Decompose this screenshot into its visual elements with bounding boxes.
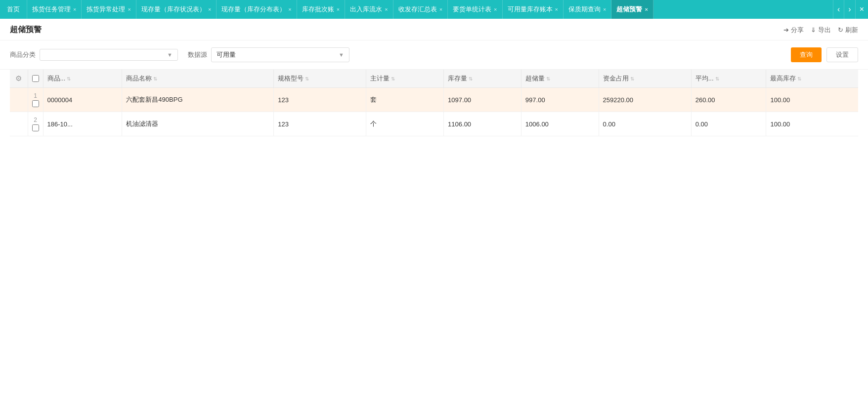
table-container: ⚙ 商品...⇅ 商品名称⇅ 规格型号⇅ — [0, 70, 868, 136]
row-checkbox[interactable] — [32, 100, 39, 107]
col-header-overstock[interactable]: 超储量⇅ — [521, 70, 599, 88]
nav-tab-2[interactable]: 现存量（库存状况表） × — [136, 0, 217, 19]
nav-tab-8[interactable]: 可用量库存账本 × — [503, 0, 564, 19]
datasource-label: 数据源 — [188, 50, 207, 59]
col-header-name[interactable]: 商品名称⇅ — [122, 70, 274, 88]
row-capital: 259220.00 — [599, 88, 691, 112]
row-settings-cell — [10, 112, 28, 136]
row-unit: 个 — [366, 112, 444, 136]
row-maxstock: 100.00 — [766, 88, 858, 112]
export-button[interactable]: ⇓ 导出 — [811, 26, 831, 35]
table-row: 2 186-10... 机油滤清器 123 个 1106.00 1006.00 … — [10, 112, 858, 136]
col-header-spec[interactable]: 规格型号⇅ — [274, 70, 366, 88]
page-title: 超储预警 — [10, 25, 42, 35]
nav-tab-7[interactable]: 要货单统计表 × — [448, 0, 502, 19]
sort-average-icon[interactable]: ⇅ — [715, 76, 719, 81]
category-chevron-down-icon: ▼ — [167, 52, 173, 58]
filter-actions: 查询 设置 — [791, 47, 858, 62]
row-name: 六配套新昌490BPG — [122, 88, 274, 112]
query-button[interactable]: 查询 — [791, 47, 822, 62]
export-icon: ⇓ — [811, 26, 816, 34]
table-row: 1 0000004 六配套新昌490BPG 123 套 1097.00 997.… — [10, 88, 858, 112]
nav-arrows: ‹ › × — [833, 0, 868, 19]
category-select[interactable]: ▼ — [40, 49, 178, 61]
sort-code-icon[interactable]: ⇅ — [67, 76, 71, 81]
row-average: 0.00 — [691, 112, 766, 136]
col-header-capital[interactable]: 资金占用⇅ — [599, 70, 691, 88]
row-settings-cell — [10, 88, 28, 112]
nav-home[interactable]: 首页 — [0, 0, 27, 19]
tab-close-5[interactable]: × — [385, 6, 388, 12]
tab-close-2[interactable]: × — [208, 6, 211, 12]
nav-tab-1[interactable]: 拣货异常处理 × — [82, 0, 136, 19]
refresh-icon: ↻ — [838, 26, 843, 34]
sort-maxstock-icon[interactable]: ⇅ — [797, 76, 801, 81]
datasource-select-value: 可用量 — [217, 50, 236, 59]
row-index-cell: 2 — [28, 112, 43, 136]
col-header-settings[interactable]: ⚙ — [10, 70, 28, 88]
table-settings-icon[interactable]: ⚙ — [15, 74, 22, 82]
data-table: ⚙ 商品...⇅ 商品名称⇅ 规格型号⇅ — [10, 70, 858, 136]
nav-close-tab[interactable]: × — [855, 0, 868, 19]
tab-close-9[interactable]: × — [603, 6, 606, 12]
col-header-unit[interactable]: 主计量⇅ — [366, 70, 444, 88]
category-filter-group: 商品分类 ▼ — [10, 49, 178, 61]
title-actions: ➔ 分享 ⇓ 导出 ↻ 刷新 — [783, 26, 858, 35]
row-average: 260.00 — [691, 88, 766, 112]
table-header-row: ⚙ 商品...⇅ 商品名称⇅ 规格型号⇅ — [10, 70, 858, 88]
datasource-filter-group: 数据源 可用量 ▼ — [188, 47, 349, 62]
sort-stock-icon[interactable]: ⇅ — [469, 76, 473, 81]
sort-unit-icon[interactable]: ⇅ — [391, 76, 395, 81]
nav-tab-5[interactable]: 出入库流水 × — [345, 0, 393, 19]
tab-close-3[interactable]: × — [288, 6, 291, 12]
nav-left-arrow[interactable]: ‹ — [833, 0, 844, 19]
nav-tab-3[interactable]: 现存量（库存分布表） × — [217, 0, 297, 19]
nav-tab-6[interactable]: 收发存汇总表 × — [393, 0, 448, 19]
tab-close-0[interactable]: × — [73, 6, 76, 12]
sort-name-icon[interactable]: ⇅ — [153, 76, 157, 81]
sort-capital-icon[interactable]: ⇅ — [630, 76, 634, 81]
row-stock: 1097.00 — [444, 88, 521, 112]
row-checkbox[interactable] — [32, 124, 39, 131]
col-header-stock[interactable]: 库存量⇅ — [444, 70, 521, 88]
tab-close-7[interactable]: × — [494, 6, 497, 12]
tab-close-6[interactable]: × — [439, 6, 442, 12]
tab-close-1[interactable]: × — [128, 6, 130, 12]
settings-button[interactable]: 设置 — [826, 47, 858, 62]
datasource-select[interactable]: 可用量 ▼ — [211, 47, 349, 62]
select-all-checkbox[interactable] — [32, 75, 39, 82]
col-header-maxstock[interactable]: 最高库存⇅ — [766, 70, 858, 88]
row-spec: 123 — [274, 112, 366, 136]
tab-close-4[interactable]: × — [337, 6, 340, 12]
row-overstock: 1006.00 — [521, 112, 599, 136]
filter-bar: 商品分类 ▼ 数据源 可用量 ▼ 查询 设置 — [0, 40, 868, 70]
row-unit: 套 — [366, 88, 444, 112]
row-code: 0000004 — [43, 88, 122, 112]
share-button[interactable]: ➔ 分享 — [783, 26, 804, 35]
nav-tab-10[interactable]: 超储预警 × — [611, 0, 653, 19]
col-header-average[interactable]: 平均...⇅ — [691, 70, 766, 88]
row-spec: 123 — [274, 88, 366, 112]
sort-spec-icon[interactable]: ⇅ — [305, 76, 309, 81]
tab-close-8[interactable]: × — [555, 6, 558, 12]
row-overstock: 997.00 — [521, 88, 599, 112]
datasource-chevron-down-icon: ▼ — [339, 52, 344, 58]
refresh-button[interactable]: ↻ 刷新 — [838, 26, 858, 35]
row-capital: 0.00 — [599, 112, 691, 136]
nav-tab-4[interactable]: 库存批次账 × — [297, 0, 345, 19]
row-code: 186-10... — [43, 112, 122, 136]
nav-tab-0[interactable]: 拣货任务管理 × — [27, 0, 82, 19]
row-maxstock: 100.00 — [766, 112, 858, 136]
page-content: 超储预警 ➔ 分享 ⇓ 导出 ↻ 刷新 商品分类 ▼ 数据源 — [0, 19, 868, 395]
row-name: 机油滤清器 — [122, 112, 274, 136]
category-label: 商品分类 — [10, 50, 36, 59]
col-header-checkbox[interactable] — [28, 70, 43, 88]
share-icon: ➔ — [783, 26, 789, 34]
tab-close-10[interactable]: × — [645, 6, 648, 12]
page-title-bar: 超储预警 ➔ 分享 ⇓ 导出 ↻ 刷新 — [0, 19, 868, 40]
sort-overstock-icon[interactable]: ⇅ — [546, 76, 550, 81]
nav-right-arrow[interactable]: › — [844, 0, 855, 19]
nav-tab-9[interactable]: 保质期查询 × — [564, 0, 611, 19]
row-stock: 1106.00 — [444, 112, 521, 136]
col-header-code[interactable]: 商品...⇅ — [43, 70, 122, 88]
